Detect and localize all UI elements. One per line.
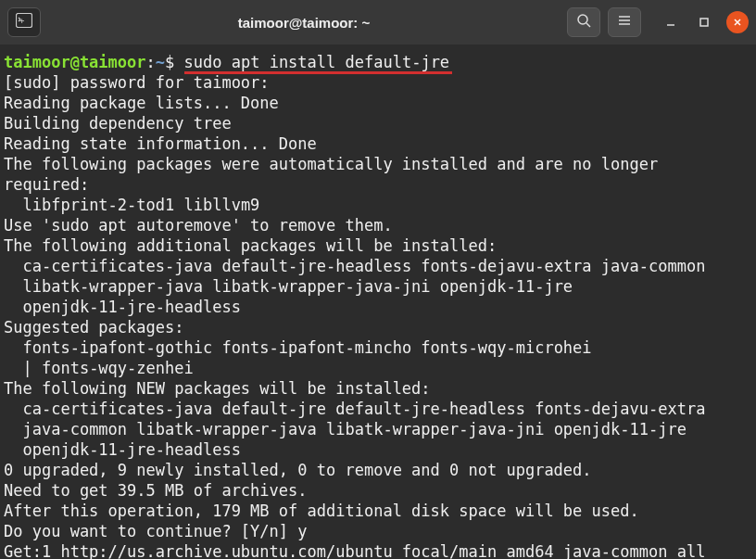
output-line: The following additional packages will b… [4,235,752,256]
window-controls [660,11,749,33]
terminal-output: [sudo] password for taimoor:Reading pack… [4,72,752,559]
close-icon [732,14,743,32]
output-line: Get:1 http://us.archive.ubuntu.com/ubunt… [4,541,752,559]
output-line: openjdk-11-jre-headless [4,297,752,317]
output-line: 0 upgraded, 9 newly installed, 0 to remo… [4,460,752,480]
terminal-area[interactable]: taimoor@taimoor:~$ sudo apt install defa… [0,44,756,559]
svg-point-2 [578,15,587,24]
svg-text:+: + [19,16,25,25]
output-line: Do you want to continue? [Y/n] y [4,521,752,541]
svg-line-3 [586,23,590,27]
window-title: taimoor@taimoor: ~ [48,15,560,31]
output-line: Use 'sudo apt autoremove' to remove them… [4,215,752,235]
search-button[interactable] [567,7,600,37]
prompt-user-host: taimoor@taimoor [4,53,146,71]
maximize-icon [699,14,710,32]
terminal-icon: + [16,13,32,32]
output-line: java-common libatk-wrapper-java libatk-w… [4,419,752,439]
output-line: | fonts-wqy-zenhei [4,358,752,378]
output-line: The following NEW packages will be insta… [4,378,752,399]
output-line: ca-certificates-java default-jre default… [4,399,752,419]
output-line: fonts-ipafont-gothic fonts-ipafont-minch… [4,337,752,358]
output-line: Reading package lists... Done [4,93,752,113]
output-line: [sudo] password for taimoor: [4,72,752,93]
prompt-line: taimoor@taimoor:~$ sudo apt install defa… [4,52,752,72]
output-line: libfprint-2-tod1 libllvm9 [4,195,752,215]
output-line: openjdk-11-jre-headless [4,439,752,460]
menu-button[interactable] [608,7,641,37]
output-line: Reading state information... Done [4,133,752,154]
titlebar: + taimoor@taimoor: ~ [0,0,756,44]
command-text: sudo apt install default-jre [184,52,450,72]
new-tab-button[interactable]: + [7,7,41,37]
hamburger-icon [617,13,632,32]
minimize-button[interactable] [660,11,682,33]
output-line: Building dependency tree [4,113,752,133]
output-line: After this operation, 179 MB of addition… [4,501,752,521]
output-line: Need to get 39.5 MB of archives. [4,480,752,501]
svg-rect-8 [700,19,708,26]
output-line: The following packages were automaticall… [4,154,752,195]
output-line: Suggested packages: [4,317,752,337]
close-button[interactable] [726,11,749,33]
maximize-button[interactable] [693,11,715,33]
output-line: libatk-wrapper-java libatk-wrapper-java-… [4,276,752,297]
prompt-symbol: $ [165,53,174,71]
command-underline-annotation [184,71,453,74]
output-line: ca-certificates-java default-jre-headles… [4,256,752,276]
minimize-icon [665,14,676,32]
search-icon [576,13,591,32]
prompt-path: ~ [156,53,165,71]
